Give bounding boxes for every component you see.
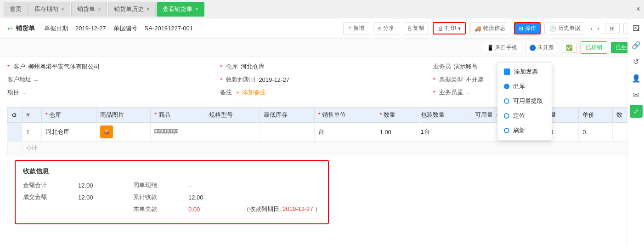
sidebar-link-icon[interactable]: 🔗	[630, 39, 643, 51]
operation-dropdown: 添加发票 出库 可用量提取 定位 刷新	[497, 62, 552, 140]
sidebar-mail-icon[interactable]: ✉	[630, 88, 643, 101]
add-remark-button[interactable]: ＋ 添加备注	[235, 88, 266, 97]
doc-icon: ↩	[7, 25, 13, 32]
new-button[interactable]: + 新增	[343, 22, 369, 34]
row-product-img: 📦	[96, 123, 151, 142]
right-sidebar: 🖼 🔗 ↺ 👤 ✉ ⤢	[627, 18, 644, 245]
app-close-button[interactable]: ×	[636, 5, 640, 13]
address-field: 客户地址 --	[7, 75, 211, 84]
tab-close-history[interactable]: ×	[147, 6, 150, 12]
locate-item[interactable]: 定位	[497, 108, 552, 123]
confirm-button[interactable]: ✅	[562, 43, 577, 53]
due-date-value: 2019-12-27	[282, 205, 313, 212]
date-value: 2019-12-27	[75, 25, 106, 32]
warehouse-col-header: * 仓库	[41, 108, 96, 123]
tab-close-view[interactable]: ×	[195, 6, 198, 12]
due-date-field: * 收款到期日 2019-12-27	[220, 75, 424, 84]
subtotal-label: 小计	[23, 142, 637, 155]
tab-bar: 首页 库存期初 × 销货单 × 销货单历史 × 查看销货单 × ×	[0, 0, 644, 18]
tab-inventory-init[interactable]: 库存期初 ×	[28, 2, 70, 17]
payment-title: 收款信息	[23, 167, 321, 176]
no-label: 单据编号	[113, 24, 137, 33]
phone-icon: 📱	[487, 45, 494, 51]
operation-button[interactable]: ⊞ 操作	[514, 22, 541, 34]
grid-view-button[interactable]: ⊞	[605, 23, 620, 34]
outbound-icon	[504, 84, 509, 89]
product-img-col-header: 商品图片	[96, 108, 151, 123]
unit-price-col-header: 单价	[579, 108, 613, 123]
row-warehouse: 河北仓库	[41, 123, 96, 142]
row-pack-qty: 1台	[417, 123, 471, 142]
doc-actions: + 新增 ⎋ 分享 ⎘ 复制 🖨 打印 ▾ 🚚 物流信息	[343, 22, 637, 34]
sidebar-expand-icon[interactable]: ⤢	[630, 105, 643, 118]
gear-col-header[interactable]: ⚙	[8, 108, 23, 123]
available-qty-icon	[504, 98, 509, 104]
history-icon: 🕐	[549, 25, 556, 32]
outbound-item[interactable]: 出库	[497, 79, 552, 94]
share-icon: ⎋	[378, 25, 381, 32]
row-num: 1	[23, 123, 42, 142]
plus-icon: ＋	[235, 88, 241, 97]
doc-meta: 单据日期 2019-12-27 单据编号 SA-20191227-001	[44, 24, 343, 33]
from-phone-button[interactable]: 📱 来自手机	[483, 42, 521, 53]
warehouse-field: * 仓库 河北仓库	[220, 63, 424, 71]
product-image: 📦	[100, 125, 113, 138]
row-gear	[8, 123, 23, 142]
num-col-header: #	[23, 108, 42, 123]
tab-home[interactable]: 首页	[4, 2, 28, 17]
tab-view-sales[interactable]: 查看销货单 ×	[157, 2, 204, 17]
payment-row-1: 金额合计 12.00 同单现结 --	[23, 181, 321, 189]
tab-close-sales[interactable]: ×	[98, 6, 101, 12]
available-qty-item[interactable]: 可用量提取	[497, 94, 552, 108]
operation-icon: ⊞	[519, 25, 523, 32]
sidebar-refresh-icon[interactable]: ↺	[630, 55, 643, 68]
prev-button[interactable]: ‹	[589, 24, 595, 33]
logistics-icon: 🚚	[475, 25, 481, 32]
doc-header: ↩ 销货单 单据日期 2019-12-27 单据编号 SA-20191227-0…	[0, 18, 644, 39]
secondary-actions-bar: 📱 来自手机 🔵 未开票 ✅ 已核销 已生效	[0, 39, 644, 57]
pack-qty-col-header: 包装数量	[417, 108, 471, 123]
tab-sales-order[interactable]: 销货单 ×	[71, 2, 107, 17]
canceled-button[interactable]: 已核销	[581, 41, 607, 54]
print-icon: 🖨	[438, 25, 443, 32]
refresh-icon	[504, 128, 509, 133]
nav-arrows: ‹ ›	[589, 24, 601, 33]
confirm-icon: ✅	[566, 45, 573, 51]
not-open-button[interactable]: 🔵 未开票	[525, 42, 558, 53]
print-dropdown-arrow: ▾	[458, 25, 461, 32]
ticket-icon: 🔵	[529, 45, 536, 51]
date-label: 单据日期	[44, 24, 68, 33]
tab-sales-history[interactable]: 销货单历史 ×	[108, 2, 156, 17]
remark-field: 备注 ＋ 添加备注	[220, 88, 424, 97]
payment-row-2: 成交金额 12.00 累计收款 12.00	[23, 193, 321, 201]
row-spec	[205, 123, 260, 142]
sidebar-user-icon[interactable]: 👤	[630, 72, 643, 85]
doc-title: 销货单	[16, 24, 35, 33]
copy-icon: ⎘	[408, 25, 411, 32]
history-button[interactable]: 🕐 历史单据	[544, 22, 585, 34]
subtotal-gear	[8, 142, 23, 155]
logistics-button[interactable]: 🚚 物流信息	[469, 22, 510, 34]
payment-row-3: 本单欠款 0.00 （收款到期日: 2019-12-27 ）	[23, 205, 321, 213]
sales-unit-col-header: * 销售单位	[314, 108, 376, 123]
spec-col-header: 规格型号	[205, 108, 260, 123]
share-button[interactable]: ⎋ 分享	[373, 22, 399, 34]
row-sales-unit: 台	[314, 123, 376, 142]
payment-wrapper: 收款信息 金额合计 12.00 同单现结 -- 成交金额 12.00 累计收款 …	[0, 155, 644, 229]
min-stock-col-header: 最低库存	[260, 108, 314, 123]
row-product: 嘻嘻嘻嘻	[151, 123, 205, 142]
subtotal-row: 小计	[8, 142, 637, 155]
add-invoice-item[interactable]: 添加发票	[497, 64, 552, 79]
row-unit-price: 0.	[579, 123, 613, 142]
customer-field: * 客户 柳州粤港平安气体有限公司	[7, 63, 211, 71]
qty-col-header: * 数量	[376, 108, 417, 123]
no-value: SA-20191227-001	[145, 25, 193, 32]
next-button[interactable]: ›	[595, 24, 601, 33]
tab-close-inventory[interactable]: ×	[61, 6, 64, 12]
row-min-stock	[260, 123, 314, 142]
copy-button[interactable]: ⎘ 复制	[403, 22, 429, 34]
print-button[interactable]: 🖨 打印 ▾	[433, 22, 466, 34]
sidebar-image-icon[interactable]: 🖼	[630, 22, 643, 35]
refresh-item[interactable]: 刷新	[497, 123, 552, 138]
add-invoice-icon	[504, 68, 510, 75]
